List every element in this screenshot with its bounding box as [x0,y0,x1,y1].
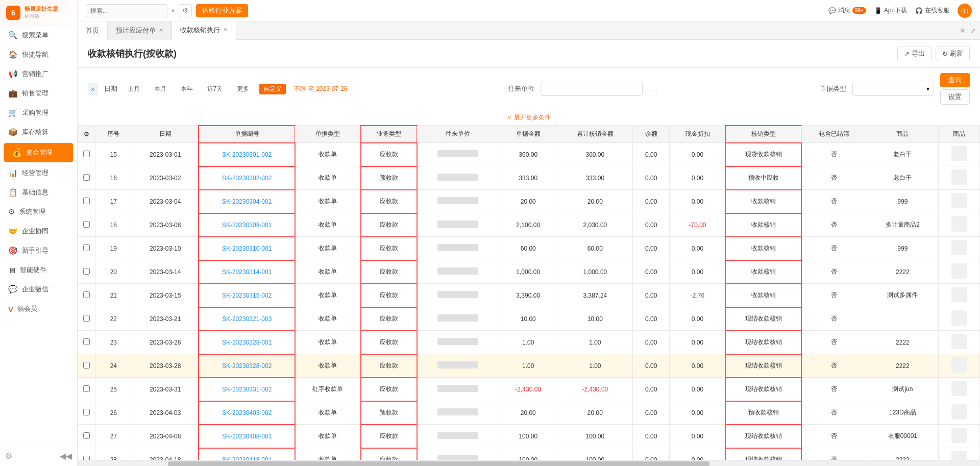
cell-gear[interactable] [78,354,95,378]
filter-custom[interactable]: 自定义 [259,84,286,94]
app-download-item[interactable]: 📱 App下载 [874,6,907,15]
bill-no-link[interactable]: SK-20230304-001 [222,198,272,205]
sidebar-item-system[interactable]: ⚙ 系统管理 [0,202,77,222]
cell-gear[interactable] [78,143,95,166]
cell-goods2 [938,354,979,378]
cell-balance: 0.00 [633,143,670,166]
bill-no-link[interactable]: SK-20230328-001 [222,339,272,346]
bill-no-link[interactable]: SK-20230301-002 [222,151,272,158]
sidebar-item-collab[interactable]: 🤝 企业协同 [0,222,77,241]
cell-bill-no: SK-20230321-003 [199,307,295,331]
cell-bill-no: SK-20230310-001 [199,237,295,260]
cell-balance: 0.00 [633,260,670,284]
cell-cancel-type: 现结收款核销 [725,448,801,460]
cell-cancel-type: 收款核销 [725,190,801,213]
cell-no: 28 [95,448,132,460]
settings-icon[interactable]: ⚙ [5,451,12,461]
filter-collapse-icon[interactable]: » [88,83,98,95]
cell-gear[interactable] [78,401,95,425]
cell-gear[interactable] [78,307,95,331]
sidebar-item-hardware[interactable]: 🖥 智能硬件 [0,260,77,280]
unit-filter-input[interactable] [541,82,643,96]
query-button[interactable]: 查询 [940,73,970,87]
refresh-button[interactable]: ↻ 刷新 [936,46,970,61]
sidebar-item-inventory[interactable]: 📦 库存核算 [0,122,77,142]
expand-more-bar[interactable]: ∨ 展开更多条件 [78,110,980,125]
table-container[interactable]: ⚙ 序号 日期 单据编号 单据类型 业务类型 往来单位 单据金额 累计核销金额 … [78,125,980,460]
bill-no-link[interactable]: SK-20230314-001 [222,268,272,276]
messages-item[interactable]: 💬 消息 99+ [828,6,866,15]
collapse-icon[interactable]: ◀◀ [60,451,72,461]
dropdown-arrow-icon[interactable]: ▾ [172,7,175,14]
table-row: 22 2023-03-21 SK-20230321-003 收款单 应收款 10… [78,307,980,331]
sidebar-item-marketing[interactable]: 📢 营销推广 [0,64,77,84]
cell-gear[interactable] [78,448,95,460]
th-gear[interactable]: ⚙ [78,126,95,143]
sidebar-item-wechat[interactable]: 💬 企业微信 [0,280,77,299]
cell-gear[interactable] [78,213,95,237]
bill-no-link[interactable]: SK-20230331-002 [222,386,272,393]
filter-more[interactable]: 更多 [233,84,253,94]
cell-goods: 老白干 [867,143,939,166]
bill-no-link[interactable]: SK-20230310-001 [222,245,272,252]
bill-no-link[interactable]: SK-20230321-003 [222,315,272,323]
setting-button[interactable]: 设置 [940,89,970,105]
cell-bill-type: 收款单 [295,143,361,166]
filter-this-month[interactable]: 本月 [150,84,170,94]
cell-gear[interactable] [78,378,95,401]
sidebar-item-guide[interactable]: 🎯 新手引导 [0,241,77,260]
tab-prepay-close[interactable]: ✕ [159,27,163,34]
cell-gear[interactable] [78,425,95,448]
tab-bar: 首页 预计应应付单 ✕ 收款核销执行 ✕ ✕ ⤢ [78,21,980,40]
bill-no-link[interactable]: SK-20230302-002 [222,175,272,182]
top-bar: ▾ ⚙ 体验行业方案 💬 消息 99+ 📱 App下载 🎧 在线客服 Rit [78,0,980,21]
cell-partner [417,284,499,307]
receipt-type-select[interactable]: ▾ [852,82,934,96]
cell-cancel-type: 现结收款核销 [725,307,801,331]
filter-this-year[interactable]: 本年 [177,84,197,94]
bill-no-link[interactable]: SK-20230308-001 [222,222,272,229]
sidebar-item-finance[interactable]: 💰 资金管理 [4,143,73,162]
export-button[interactable]: ↗ 导出 [897,46,932,61]
bill-no-link[interactable]: SK-20230403-002 [222,409,272,416]
tab-home[interactable]: 首页 [78,21,108,40]
cell-gear[interactable] [78,237,95,260]
bill-no-link[interactable]: SK-20230408-001 [222,433,272,440]
horizontal-scrollbar[interactable] [78,460,980,466]
sidebar-item-purchase[interactable]: 🛒 采购管理 [0,103,77,122]
bill-no-link[interactable]: SK-20230315-002 [222,292,272,299]
tab-prepay[interactable]: 预计应应付单 ✕ [108,21,172,40]
cell-gear[interactable] [78,260,95,284]
top-bar-right: 💬 消息 99+ 📱 App下载 🎧 在线客服 Rit [828,4,972,18]
cell-goods2 [938,284,979,307]
sidebar-item-quicknav[interactable]: 🏠 快捷导航 [0,45,77,64]
cell-no: 23 [95,331,132,354]
cell-cash-discount: 0.00 [670,354,726,378]
filter-prev-month[interactable]: 上月 [124,84,144,94]
cell-partner [417,378,499,401]
cell-no: 16 [95,166,132,190]
tab-receipt[interactable]: 收款核销执行 ✕ [172,21,236,40]
tab-receipt-close[interactable]: ✕ [223,27,228,33]
cell-cash-discount: 0.00 [670,448,726,460]
cell-gear[interactable] [78,190,95,213]
sidebar-item-operations[interactable]: 📊 经营管理 [0,163,77,183]
sidebar-item-search[interactable]: 🔍 搜索菜单 [0,26,77,45]
sidebar-item-sales[interactable]: 💼 销售管理 [0,84,77,103]
sidebar-item-member[interactable]: V 畅会员 [0,299,77,318]
tab-expand-icon[interactable]: ⤢ [970,27,976,35]
user-avatar[interactable]: Rit [958,4,972,18]
online-service-item[interactable]: 🎧 在线客服 [915,6,949,15]
sidebar-item-basic[interactable]: 📋 基础信息 [0,183,77,202]
cell-gear[interactable] [78,284,95,307]
filter-last7days[interactable]: 近7天 [203,84,227,94]
industry-solution-button[interactable]: 体验行业方案 [196,4,248,17]
search-menu-input[interactable] [86,4,167,17]
bill-no-link[interactable]: SK-20230418-001 [222,456,272,460]
cell-gear[interactable] [78,166,95,190]
settings-button[interactable]: ⚙ [179,4,192,17]
tab-close-all-icon[interactable]: ✕ [960,27,966,35]
th-date: 日期 [132,126,199,143]
bill-no-link[interactable]: SK-20230328-002 [222,362,272,370]
cell-gear[interactable] [78,331,95,354]
